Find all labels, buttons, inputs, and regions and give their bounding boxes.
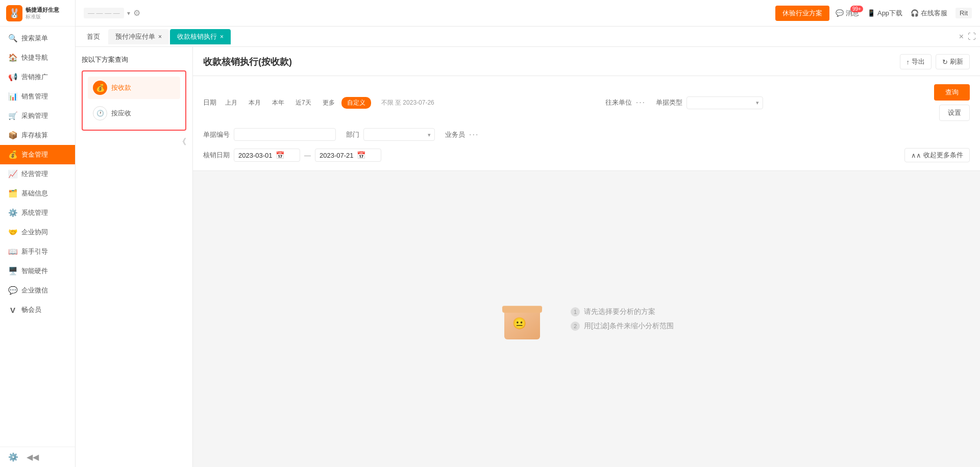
empty-hint-2: 2 用[过滤]条件来缩小分析范围 [571, 322, 674, 331]
tab-collection[interactable]: 收款核销执行 × [170, 29, 231, 44]
date-separator: — [304, 152, 311, 159]
settings-button[interactable]: 设置 [939, 105, 970, 121]
sidebar-item-wechat[interactable]: 💬 企业微信 [0, 281, 75, 300]
query-button[interactable]: 查询 [934, 84, 970, 101]
sidebar-item-system[interactable]: ⚙️ 系统管理 [0, 203, 75, 223]
left-panel-item-by-receipt[interactable]: 💰 按收款 [88, 77, 180, 99]
right-content: 收款核销执行(按收款) ↑ 导出 ↻ 刷新 [193, 47, 980, 467]
calendar-end-icon[interactable]: 📅 [357, 151, 365, 159]
logo-text: 畅捷通好生意 标准版 [26, 6, 59, 20]
left-panel-title: 按以下方案查询 [82, 53, 186, 66]
date-label: 日期 [203, 98, 216, 107]
date-btn-7days[interactable]: 近7天 [291, 97, 316, 109]
date-btn-more[interactable]: 更多 [318, 97, 339, 109]
counterpart-label: 往来单位 [605, 98, 632, 107]
chevron-down-icon[interactable]: ▾ [127, 10, 130, 17]
inventory-icon: 📦 [8, 131, 17, 140]
sidebar-item-collab[interactable]: 🤝 企业协同 [0, 223, 75, 242]
sales-icon: 📊 [8, 92, 17, 101]
wechat-icon: 💬 [8, 286, 17, 295]
date-btn-custom[interactable]: 自定义 [341, 97, 371, 109]
sidebar-item-finance[interactable]: 💰 资金管理 [0, 145, 75, 164]
sidebar-item-vip[interactable]: V 畅会员 [0, 300, 75, 319]
dept-select-wrapper [363, 128, 435, 141]
topbar-right: 💬 消息 99+ 📱 App下载 🎧 在线客服 Rit [836, 8, 972, 18]
maximize-icon[interactable]: ⛶ [968, 32, 976, 41]
sidebar-item-management[interactable]: 📈 经营管理 [0, 164, 75, 184]
guide-icon: 📖 [8, 247, 17, 256]
topbar-brand-text: — — — — [84, 8, 124, 18]
online-service-button[interactable]: 🎧 在线客服 [911, 9, 947, 18]
sidebar-item-hardware[interactable]: 🖥️ 智能硬件 [0, 261, 75, 281]
vip-icon: V [8, 306, 17, 314]
refresh-icon: ↻ [942, 58, 948, 66]
chevron-up-icon: ∧∧ [911, 152, 921, 159]
sidebar-item-guide[interactable]: 📖 新手引导 [0, 242, 75, 261]
sidebar-nav: 🔍 搜索菜单 🏠 快捷导航 📢 营销推广 📊 销售管理 🛒 采购管理 📦 库存核… [0, 27, 75, 447]
left-panel-item-by-receivable[interactable]: 🕐 按应收 [88, 102, 180, 125]
doc-type-select-wrapper [687, 96, 763, 109]
filter-doc-type: 单据类型 [656, 96, 763, 109]
search-icon: 🔍 [8, 34, 17, 43]
message-button[interactable]: 💬 消息 99+ [836, 9, 859, 18]
basic-icon: 🗂️ [8, 189, 17, 198]
sidebar-item-sales[interactable]: 📊 销售管理 [0, 87, 75, 106]
date-btn-this-year[interactable]: 本年 [267, 97, 289, 109]
sidebar-item-inventory[interactable]: 📦 库存核算 [0, 126, 75, 145]
gear-icon[interactable]: ⚙ [133, 8, 140, 18]
refresh-button[interactable]: ↻ 刷新 [936, 54, 970, 69]
system-icon: ⚙️ [8, 208, 17, 217]
filter-row-1: 日期 上月 本月 本年 近7天 更多 自定义 不限 至 2023-07-26 [203, 84, 970, 121]
date-btn-last-month[interactable]: 上月 [220, 97, 242, 109]
sidebar-item-search[interactable]: 🔍 搜索菜单 [0, 29, 75, 48]
tab-prepay[interactable]: 预付冲应付单 × [108, 29, 169, 44]
logo-area: 🐰 畅捷通好生意 标准版 [0, 0, 75, 27]
page-body: 按以下方案查询 💰 按收款 🕐 按应收 《 收款核销执行(按收款) [76, 47, 980, 467]
user-menu[interactable]: Rit [955, 8, 972, 18]
export-button[interactable]: ↑ 导出 [900, 54, 932, 69]
filter-row-3: 核销日期 2023-03-01 📅 — 2023-07-21 📅 [203, 148, 970, 162]
date-btn-this-month[interactable]: 本月 [244, 97, 265, 109]
sidebar-item-quicknav[interactable]: 🏠 快捷导航 [0, 48, 75, 67]
filter-staff: 业务员 ··· [445, 130, 479, 139]
empty-text: 1 请先选择要分析的方案 2 用[过滤]条件来缩小分析范围 [571, 307, 674, 331]
staff-dots[interactable]: ··· [469, 130, 479, 139]
calendar-start-icon[interactable]: 📅 [276, 151, 284, 159]
collapse-more-button[interactable]: ∧∧ 收起更多条件 [904, 148, 970, 162]
tab-prepay-close-icon[interactable]: × [158, 33, 162, 40]
settings-footer-icon[interactable]: ⚙️ [8, 452, 18, 462]
finance-icon: 💰 [8, 150, 17, 159]
empty-state: 😐 1 请先选择要分析的方案 2 用[过滤]条件来缩小分析范围 [193, 171, 980, 467]
counterpart-dots[interactable]: ··· [636, 98, 646, 107]
staff-label: 业务员 [445, 130, 465, 139]
empty-illustration: 😐 [499, 293, 560, 345]
purchase-icon: 🛒 [8, 111, 17, 120]
verify-date-end-input[interactable]: 2023-07-21 📅 [315, 149, 381, 162]
close-window-icon[interactable]: × [959, 32, 964, 41]
page-title: 收款核销执行(按收款) [203, 56, 292, 68]
industry-button[interactable]: 休验行业方案 [775, 6, 829, 21]
doc-no-label: 单据编号 [203, 130, 230, 139]
left-panel-collapse-icon[interactable]: 《 [178, 137, 186, 148]
dept-select[interactable] [363, 128, 435, 141]
collapse-sidebar-icon[interactable]: ◀◀ [27, 452, 39, 462]
sidebar-item-marketing[interactable]: 📢 营销推广 [0, 67, 75, 87]
verify-date-start-input[interactable]: 2023-03-01 📅 [234, 149, 300, 162]
sidebar-item-purchase[interactable]: 🛒 采购管理 [0, 106, 75, 126]
topbar: — — — — ▾ ⚙ 休验行业方案 💬 消息 99+ 📱 App下载 🎧 在线… [76, 0, 980, 27]
page-title-row: 收款核销执行(按收款) ↑ 导出 ↻ 刷新 [203, 54, 970, 69]
tab-home[interactable]: 首页 [80, 29, 107, 44]
tab-collection-close-icon[interactable]: × [220, 33, 224, 40]
receivable-icon: 🕐 [93, 106, 107, 120]
message-icon: 💬 [836, 9, 844, 17]
dept-label: 部门 [346, 130, 359, 139]
doc-no-input[interactable] [234, 128, 336, 141]
hardware-icon: 🖥️ [8, 266, 17, 276]
app-download-button[interactable]: 📱 App下载 [867, 9, 902, 18]
collapse-more-wrapper: ∧∧ 收起更多条件 [904, 148, 970, 162]
doc-type-select[interactable] [687, 96, 763, 109]
filter-area: 日期 上月 本月 本年 近7天 更多 自定义 不限 至 2023-07-26 [193, 76, 980, 171]
sidebar-item-basic[interactable]: 🗂️ 基础信息 [0, 184, 75, 203]
management-icon: 📈 [8, 169, 17, 179]
filter-row-2: 单据编号 部门 业务员 ··· [203, 128, 970, 141]
